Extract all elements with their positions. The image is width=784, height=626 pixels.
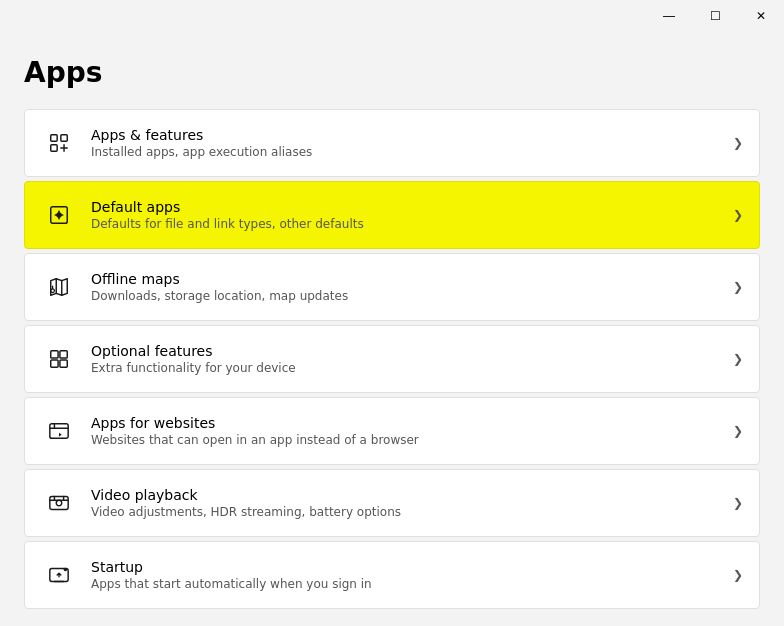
apps-features-icon bbox=[41, 125, 77, 161]
apps-websites-title: Apps for websites bbox=[91, 415, 725, 431]
default-apps-icon bbox=[41, 197, 77, 233]
offline-maps-subtitle: Downloads, storage location, map updates bbox=[91, 289, 725, 303]
settings-item-default-apps[interactable]: Default apps Defaults for file and link … bbox=[24, 181, 760, 249]
startup-subtitle: Apps that start automatically when you s… bbox=[91, 577, 725, 591]
optional-features-subtitle: Extra functionality for your device bbox=[91, 361, 725, 375]
settings-list: Apps & features Installed apps, app exec… bbox=[24, 109, 760, 613]
minimize-button[interactable]: — bbox=[646, 0, 692, 32]
startup-icon bbox=[41, 557, 77, 593]
apps-features-chevron: ❯ bbox=[733, 136, 743, 150]
startup-chevron: ❯ bbox=[733, 568, 743, 582]
optional-features-title: Optional features bbox=[91, 343, 725, 359]
video-playback-icon bbox=[41, 485, 77, 521]
apps-features-subtitle: Installed apps, app execution aliases bbox=[91, 145, 725, 159]
offline-maps-chevron: ❯ bbox=[733, 280, 743, 294]
apps-websites-icon bbox=[41, 413, 77, 449]
video-playback-chevron: ❯ bbox=[733, 496, 743, 510]
svg-rect-2 bbox=[51, 145, 57, 151]
close-button[interactable]: ✕ bbox=[738, 0, 784, 32]
title-bar: — ☐ ✕ bbox=[0, 0, 784, 32]
default-apps-subtitle: Defaults for file and link types, other … bbox=[91, 217, 725, 231]
svg-rect-11 bbox=[51, 351, 58, 358]
settings-item-video-playback[interactable]: Video playback Video adjustments, HDR st… bbox=[24, 469, 760, 537]
optional-features-icon bbox=[41, 341, 77, 377]
apps-features-text: Apps & features Installed apps, app exec… bbox=[91, 127, 725, 159]
video-playback-title: Video playback bbox=[91, 487, 725, 503]
apps-websites-chevron: ❯ bbox=[733, 424, 743, 438]
settings-item-startup[interactable]: Startup Apps that start automatically wh… bbox=[24, 541, 760, 609]
video-playback-subtitle: Video adjustments, HDR streaming, batter… bbox=[91, 505, 725, 519]
offline-maps-title: Offline maps bbox=[91, 271, 725, 287]
startup-text: Startup Apps that start automatically wh… bbox=[91, 559, 725, 591]
startup-title: Startup bbox=[91, 559, 725, 575]
svg-point-25 bbox=[64, 568, 68, 572]
page-content: Apps Apps & features Installed apps, app… bbox=[0, 32, 784, 613]
offline-maps-icon bbox=[41, 269, 77, 305]
svg-rect-12 bbox=[60, 351, 67, 358]
maximize-button[interactable]: ☐ bbox=[692, 0, 738, 32]
apps-websites-subtitle: Websites that can open in an app instead… bbox=[91, 433, 725, 447]
svg-rect-14 bbox=[60, 360, 67, 367]
apps-features-title: Apps & features bbox=[91, 127, 725, 143]
default-apps-chevron: ❯ bbox=[733, 208, 743, 222]
svg-point-19 bbox=[56, 500, 62, 506]
svg-rect-0 bbox=[51, 135, 57, 141]
settings-item-offline-maps[interactable]: Offline maps Downloads, storage location… bbox=[24, 253, 760, 321]
offline-maps-text: Offline maps Downloads, storage location… bbox=[91, 271, 725, 303]
optional-features-text: Optional features Extra functionality fo… bbox=[91, 343, 725, 375]
settings-item-apps-features[interactable]: Apps & features Installed apps, app exec… bbox=[24, 109, 760, 177]
apps-websites-text: Apps for websites Websites that can open… bbox=[91, 415, 725, 447]
svg-rect-13 bbox=[51, 360, 58, 367]
svg-rect-1 bbox=[61, 135, 67, 141]
optional-features-chevron: ❯ bbox=[733, 352, 743, 366]
page-title: Apps bbox=[24, 56, 760, 89]
svg-rect-18 bbox=[50, 497, 68, 510]
default-apps-text: Default apps Defaults for file and link … bbox=[91, 199, 725, 231]
svg-point-6 bbox=[56, 212, 62, 218]
video-playback-text: Video playback Video adjustments, HDR st… bbox=[91, 487, 725, 519]
default-apps-title: Default apps bbox=[91, 199, 725, 215]
settings-item-apps-websites[interactable]: Apps for websites Websites that can open… bbox=[24, 397, 760, 465]
settings-item-optional-features[interactable]: Optional features Extra functionality fo… bbox=[24, 325, 760, 393]
